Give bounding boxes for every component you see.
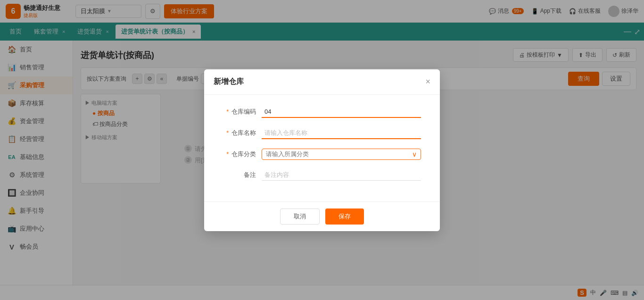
code-input[interactable] [262,106,421,118]
cancel-button[interactable]: 取消 [280,208,320,225]
form-row-code: * 仓库编码 [223,106,421,118]
modal-footer: 取消 保存 [204,201,440,231]
category-select-row[interactable]: ∨ [262,149,421,160]
category-required: * [226,150,229,158]
category-input[interactable] [266,150,412,158]
code-label: * 仓库编码 [223,108,256,116]
code-required: * [226,108,229,115]
save-button[interactable]: 保存 [325,208,364,225]
name-label: * 仓库名称 [223,129,256,137]
modal-close-button[interactable]: × [425,77,430,86]
form-row-name: * 仓库名称 [223,127,421,139]
form-row-category: * 仓库分类 ∨ [223,149,421,160]
modal-overlay: 新增仓库 × * 仓库编码 * 仓库名称 [0,0,644,300]
form-row-remark: 备注 [223,169,421,181]
name-input[interactable] [262,127,421,139]
category-dropdown-icon: ∨ [412,150,417,158]
remark-input[interactable] [262,169,421,181]
modal-title: 新增仓库 [214,77,244,87]
modal-header: 新增仓库 × [204,69,440,95]
remark-label: 备注 [223,171,256,179]
new-warehouse-modal: 新增仓库 × * 仓库编码 * 仓库名称 [204,69,440,231]
modal-body: * 仓库编码 * 仓库名称 * 仓库分类 [204,95,440,201]
category-label: * 仓库分类 [223,150,256,158]
name-required: * [226,129,229,136]
